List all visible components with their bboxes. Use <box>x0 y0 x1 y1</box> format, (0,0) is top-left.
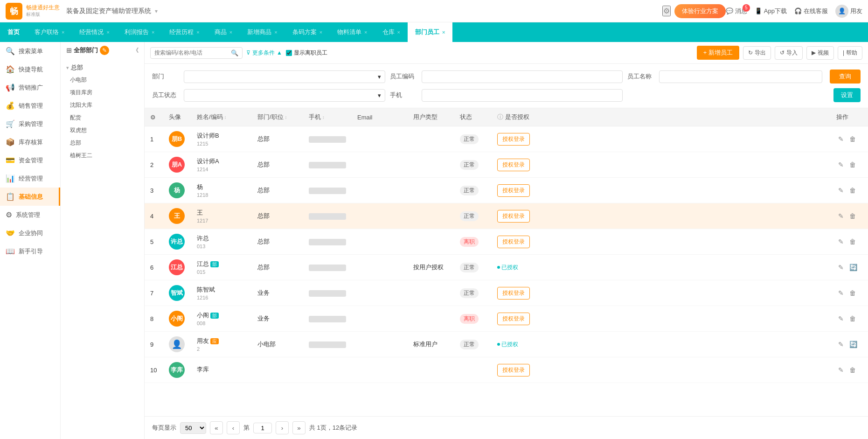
nav-tab-customer[interactable]: 客户联络 × <box>27 22 72 42</box>
nav-tab-process[interactable]: 经营历程 × <box>162 22 207 42</box>
edit-button[interactable]: ✎ <box>836 134 846 144</box>
edit-button[interactable]: ✎ <box>836 314 846 323</box>
first-page-button[interactable]: « <box>210 421 223 434</box>
dept-group-title-headquarters[interactable]: ▾ 总部 <box>61 62 144 74</box>
gear-button[interactable]: ⚙ <box>662 6 671 16</box>
search-button[interactable]: 查询 <box>830 70 861 84</box>
auth-button[interactable]: 授权登录 <box>497 210 530 223</box>
dept-child-project[interactable]: 项目库房 <box>61 86 144 99</box>
auth-button[interactable]: 授权登录 <box>497 364 530 376</box>
delete-button[interactable]: 🗑 <box>847 314 858 323</box>
delete-button[interactable]: 🔄 <box>847 340 859 349</box>
trial-button[interactable]: 体验行业方案 <box>674 4 726 18</box>
sidebar-item-purchase[interactable]: 🛒 采购管理 <box>0 115 60 133</box>
delete-button[interactable]: 🗑 <box>847 160 858 169</box>
auth-button[interactable]: 授权登录 <box>497 159 530 171</box>
close-bom-icon[interactable]: × <box>364 29 367 35</box>
edit-button[interactable]: ✎ <box>836 340 846 349</box>
import-button[interactable]: ↺ 导入 <box>775 46 803 60</box>
sidebar-item-marketing[interactable]: 📢 营销推广 <box>0 78 60 97</box>
phone-input[interactable] <box>422 89 623 102</box>
show-resign-checkbox[interactable] <box>286 50 292 56</box>
dept-collapse-icon[interactable]: 《 <box>133 47 139 55</box>
sidebar-item-nav[interactable]: 🏠 快捷导航 <box>0 60 60 78</box>
delete-button[interactable]: 🗑 <box>847 288 858 298</box>
col-phone[interactable]: 手机 <box>303 108 352 126</box>
show-resign-checkbox-area[interactable]: 显示离职员工 <box>286 49 327 57</box>
col-settings[interactable]: ⚙ <box>145 108 163 126</box>
dept-child-distribution[interactable]: 配货 <box>61 111 144 124</box>
export-button[interactable]: ↻ 导出 <box>743 46 771 60</box>
reset-button[interactable]: 设置 <box>833 88 861 102</box>
sidebar-item-search[interactable]: 🔍 搜索菜单 <box>0 42 60 60</box>
last-page-button[interactable]: » <box>292 421 306 434</box>
dept-child-zhishu[interactable]: 植树王二 <box>61 149 144 162</box>
close-warehouse-icon[interactable]: × <box>397 29 400 35</box>
user-area[interactable]: 👤 用友 <box>835 5 862 18</box>
emp-name-input[interactable] <box>659 70 822 83</box>
nav-tab-dept-emp[interactable]: 部门员工 × <box>408 22 452 42</box>
nav-tab-profit[interactable]: 利润报告 × <box>117 22 162 42</box>
add-employee-button[interactable]: + 新增员工 <box>697 46 739 60</box>
edit-button[interactable]: ✎ <box>836 160 846 169</box>
delete-button[interactable]: 🗑 <box>847 211 858 221</box>
nav-tab-goods[interactable]: 商品 × <box>207 22 240 42</box>
auth-button[interactable]: 授权登录 <box>497 133 530 146</box>
edit-button[interactable]: ✎ <box>836 263 846 272</box>
close-process-icon[interactable]: × <box>196 29 199 35</box>
nav-tab-operation[interactable]: 经营情况 × <box>72 22 117 42</box>
col-dept[interactable]: 部门/职位 <box>252 108 303 126</box>
auth-button[interactable]: 授权登录 <box>497 236 530 248</box>
dept-child-xiaodian[interactable]: 小电部 <box>61 74 144 86</box>
page-input[interactable] <box>253 423 272 433</box>
message-button[interactable]: 💬 消息 5 <box>726 7 747 15</box>
auth-button[interactable]: 授权登录 <box>497 287 530 300</box>
delete-button[interactable]: 🗑 <box>847 365 858 375</box>
sidebar-item-collab[interactable]: 🤝 企业协同 <box>0 224 60 242</box>
nav-tab-barcode[interactable]: 条码方案 × <box>285 22 330 42</box>
edit-button[interactable]: ✎ <box>836 211 846 221</box>
close-dept-emp-icon[interactable]: × <box>442 29 445 35</box>
search-submit-icon[interactable]: 🔍 <box>231 49 238 56</box>
edit-button[interactable]: ✎ <box>836 288 846 298</box>
emp-status-select[interactable]: ▾ <box>184 89 385 102</box>
search-input[interactable] <box>154 49 229 56</box>
dept-all[interactable]: ⊞ 全部部门 ✎ 《 <box>61 42 144 59</box>
dept-add-button[interactable]: ✎ <box>100 46 109 55</box>
app-download-button[interactable]: 📱 App下载 <box>755 7 787 15</box>
sidebar-item-sales[interactable]: 💰 销售管理 <box>0 97 60 115</box>
sidebar-item-basic[interactable]: 📋 基础信息 <box>0 188 60 206</box>
delete-button[interactable]: 🗑 <box>847 237 858 246</box>
help-button[interactable]: | 帮助 <box>838 46 862 60</box>
view-button[interactable]: ▶ 视频 <box>806 46 834 60</box>
nav-tab-new-goods[interactable]: 新增商品 × <box>240 22 285 42</box>
delete-button[interactable]: 🗑 <box>847 134 858 144</box>
col-name[interactable]: 姓名/编码 <box>191 108 252 126</box>
delete-button[interactable]: 🗑 <box>847 186 858 195</box>
auth-button[interactable]: 授权登录 <box>497 313 530 325</box>
delete-button[interactable]: 🔄 <box>847 263 859 272</box>
search-box[interactable]: 🔍 <box>150 47 243 59</box>
dept-select[interactable]: ▾ <box>184 70 385 83</box>
emp-code-input[interactable] <box>422 70 623 83</box>
online-service-button[interactable]: 🎧 在线客服 <box>794 7 828 15</box>
close-profit-icon[interactable]: × <box>152 29 154 35</box>
close-new-goods-icon[interactable]: × <box>274 29 277 35</box>
close-goods-icon[interactable]: × <box>229 29 232 35</box>
nav-tab-home[interactable]: 首页 <box>0 22 27 42</box>
sidebar-item-inventory[interactable]: 📦 库存核算 <box>0 133 60 151</box>
next-page-button[interactable]: › <box>276 421 289 434</box>
close-operation-icon[interactable]: × <box>106 29 109 35</box>
auth-button[interactable]: 授权登录 <box>497 184 530 197</box>
prev-page-button[interactable]: ‹ <box>227 421 240 434</box>
sidebar-item-guide[interactable]: 📖 新手引导 <box>0 242 60 260</box>
edit-button[interactable]: ✎ <box>836 237 846 246</box>
close-customer-icon[interactable]: × <box>62 29 64 35</box>
edit-button[interactable]: ✎ <box>836 365 846 375</box>
close-barcode-icon[interactable]: × <box>319 29 322 35</box>
dept-child-hq[interactable]: 总部 <box>61 137 144 149</box>
dept-child-shuanghu[interactable]: 双虎想 <box>61 124 144 137</box>
sidebar-item-system[interactable]: ⚙ 系统管理 <box>0 206 60 224</box>
sidebar-item-business[interactable]: 📊 经营管理 <box>0 169 60 188</box>
page-size-select[interactable]: 50 100 200 <box>180 422 206 434</box>
